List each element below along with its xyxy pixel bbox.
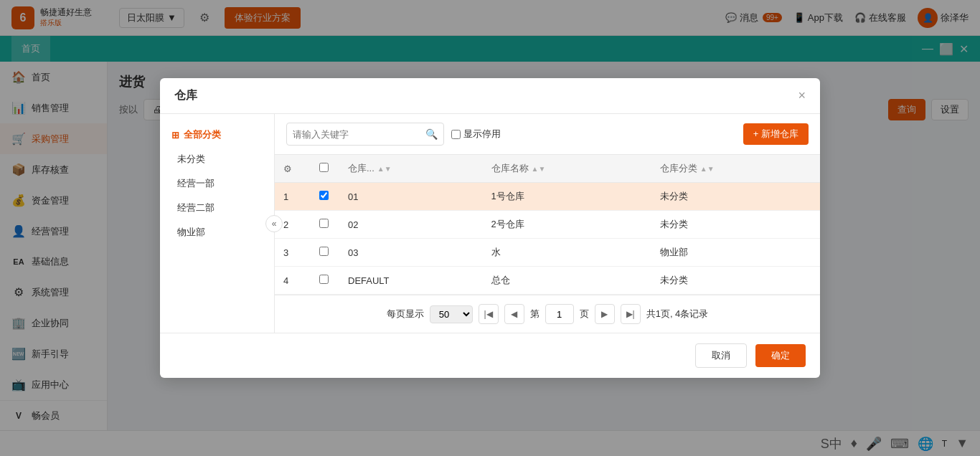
modal-header: 仓库 ×	[160, 78, 820, 114]
category-item-0[interactable]: 未分类	[160, 147, 274, 171]
modal-footer: 取消 确定	[160, 333, 820, 378]
cell-no: 1	[275, 183, 311, 211]
cell-no: 4	[275, 267, 311, 295]
warehouse-table: ⚙ 仓库... ▲▼	[275, 155, 820, 295]
category-item-3[interactable]: 物业部	[160, 220, 274, 244]
sort-icon-category: ▲▼	[700, 165, 715, 173]
th-code: 仓库... ▲▼	[339, 155, 483, 183]
last-page-button[interactable]: ▶|	[621, 304, 641, 324]
right-data-panel: 🔍 显示停用 + 新增仓库 ⚙	[275, 114, 820, 333]
cell-category: 未分类	[651, 211, 820, 239]
modal-close-button[interactable]: ×	[798, 88, 806, 103]
add-warehouse-button[interactable]: + 新增仓库	[743, 123, 809, 145]
th-category: 仓库分类 ▲▼	[651, 155, 820, 183]
th-name: 仓库名称 ▲▼	[483, 155, 651, 183]
sort-icon-code: ▲▼	[377, 165, 392, 173]
cell-no: 3	[275, 239, 311, 267]
category-all[interactable]: ⊞ 全部分类	[160, 123, 274, 147]
search-wrap: 🔍	[286, 123, 444, 146]
cell-name: 水	[483, 239, 651, 267]
left-category-panel: ⊞ 全部分类 未分类 经营一部 经营二部 物业部 «	[160, 114, 275, 333]
cell-checkbox[interactable]	[311, 239, 339, 267]
show-disabled-checkbox[interactable]: 显示停用	[451, 128, 501, 141]
category-item-2[interactable]: 经营二部	[160, 196, 274, 220]
first-page-button[interactable]: |◀	[479, 304, 499, 324]
category-item-1[interactable]: 经营一部	[160, 171, 274, 196]
page-number-input[interactable]	[545, 304, 574, 324]
table-row[interactable]: 4 DEFAULT 总仓 未分类	[275, 267, 820, 295]
search-input[interactable]	[293, 129, 425, 140]
sort-icon-name: ▲▼	[532, 165, 546, 173]
modal-title: 仓库	[174, 88, 197, 103]
cell-checkbox[interactable]	[311, 183, 339, 211]
pagination: 每页显示 50 100 200 |◀ ◀ 第 页 ▶ ▶| 共1页, 4条记录	[275, 295, 820, 333]
cell-category: 未分类	[651, 267, 820, 295]
right-toolbar: 🔍 显示停用 + 新增仓库	[275, 114, 820, 155]
th-settings: ⚙	[275, 155, 311, 183]
table-row[interactable]: 3 03 水 物业部	[275, 239, 820, 267]
modal-overlay: 仓库 × ⊞ 全部分类 未分类 经营一部 经营二部 物业部 «	[0, 0, 980, 456]
warehouse-modal: 仓库 × ⊞ 全部分类 未分类 经营一部 经营二部 物业部 «	[160, 78, 820, 378]
per-page-select[interactable]: 50 100 200	[430, 305, 473, 323]
cell-category: 未分类	[651, 183, 820, 211]
cell-name: 总仓	[483, 267, 651, 295]
cell-name: 1号仓库	[483, 183, 651, 211]
cell-code: 01	[339, 183, 483, 211]
grid-icon: ⊞	[171, 130, 179, 141]
next-page-button[interactable]: ▶	[595, 304, 615, 324]
modal-body: ⊞ 全部分类 未分类 经营一部 经营二部 物业部 « 🔍	[160, 114, 820, 333]
table-row[interactable]: 2 02 2号仓库 未分类	[275, 211, 820, 239]
select-all-checkbox[interactable]	[319, 163, 329, 172]
cell-checkbox[interactable]	[311, 211, 339, 239]
cell-code: DEFAULT	[339, 267, 483, 295]
table-header-row: ⚙ 仓库... ▲▼	[275, 155, 820, 183]
prev-page-button[interactable]: ◀	[504, 304, 524, 324]
cell-name: 2号仓库	[483, 211, 651, 239]
cell-category: 物业部	[651, 239, 820, 267]
cell-checkbox[interactable]	[311, 267, 339, 295]
cell-code: 02	[339, 211, 483, 239]
search-icon: 🔍	[425, 128, 438, 140]
table-row[interactable]: 1 01 1号仓库 未分类	[275, 183, 820, 211]
th-checkbox	[311, 155, 339, 183]
confirm-button[interactable]: 确定	[755, 344, 806, 367]
collapse-panel-button[interactable]: «	[265, 215, 283, 232]
cancel-button[interactable]: 取消	[695, 343, 747, 368]
cell-code: 03	[339, 239, 483, 267]
